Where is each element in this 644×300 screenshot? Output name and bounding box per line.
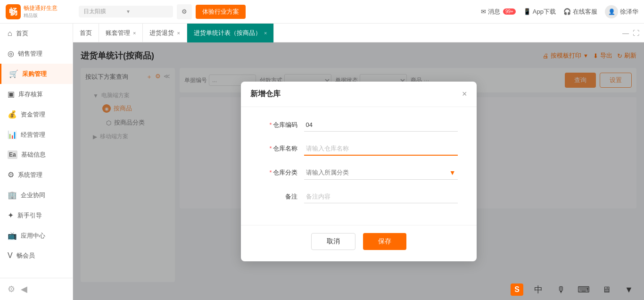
sidebar-label-finance: 资金管理 — [21, 110, 45, 119]
online-service-btn[interactable]: 🎧 在线客服 — [563, 8, 597, 16]
enterprise-icon: 🏢 — [8, 191, 17, 200]
sidebar-label-sales: 销售管理 — [18, 50, 42, 58]
vip-icon: V — [8, 251, 13, 260]
overlay: 新增仓库 × *仓库编码 *仓库名称 — [73, 42, 644, 300]
sidebar-item-home[interactable]: ⌂ 首页 — [0, 24, 73, 43]
user-profile-btn[interactable]: 👤 徐泽华 — [605, 5, 638, 18]
s-logo-icon[interactable]: S — [511, 283, 523, 296]
tab-home[interactable]: 首页 — [73, 24, 99, 42]
sidebar-label-inventory: 库存核算 — [18, 90, 43, 99]
trial-button[interactable]: 体验行业方案 — [196, 5, 246, 19]
sidebar-item-apps[interactable]: 📺 应用中心 — [0, 225, 73, 246]
form-row-category: *仓库分类 ▼ — [260, 166, 458, 180]
category-select-wrap[interactable]: ▼ — [304, 166, 458, 180]
sidebar-label-system: 系统管理 — [18, 171, 42, 179]
messages-label: 消息 — [488, 8, 500, 16]
name-label: *仓库名称 — [260, 144, 297, 153]
collapse-icon[interactable]: ◀ — [21, 284, 27, 294]
tab-home-label: 首页 — [80, 29, 92, 37]
tab-returns[interactable]: 进货退货 × — [143, 24, 187, 42]
sidebar-item-purchase[interactable]: 🛒 采购管理 — [0, 64, 73, 84]
name-input[interactable] — [304, 142, 458, 156]
sidebar-item-guide[interactable]: ✦ 新手引导 — [0, 205, 73, 225]
headphone-icon: 🎧 — [563, 8, 571, 15]
brand-sub: 精品版 — [24, 12, 58, 18]
sidebar-label-operations: 经营管理 — [21, 131, 45, 139]
app-download-btn[interactable]: 📱 App下载 — [523, 8, 556, 16]
sidebar-item-inventory[interactable]: ▣ 库存核算 — [0, 84, 73, 104]
dialog-close-icon[interactable]: × — [462, 90, 467, 98]
category-input[interactable] — [306, 169, 449, 176]
settings-icon-btn[interactable]: ⚙ — [177, 4, 192, 19]
cancel-button[interactable]: 取消 — [311, 233, 355, 250]
page-content: 进货单统计(按商品) 🖨 按模板打印 ▼ ⬇ 导出 ↻ 刷新 — [73, 42, 644, 300]
tab-returns-close-icon[interactable]: × — [177, 30, 180, 36]
keyboard-icon[interactable]: ⌨ — [576, 282, 591, 297]
tab-purchase-stats-close-icon[interactable]: × — [264, 30, 267, 36]
messages-btn[interactable]: ✉ 消息 99+ — [481, 8, 516, 16]
header-right: ✉ 消息 99+ 📱 App下载 🎧 在线客服 👤 徐泽华 — [481, 5, 638, 18]
tab-accounts[interactable]: 账套管理 × — [99, 24, 143, 42]
tab-returns-label: 进货退货 — [149, 29, 174, 37]
tab-accounts-close-icon[interactable]: × — [133, 30, 136, 36]
sidebar-item-basics[interactable]: Ea 基础信息 — [0, 145, 73, 165]
sidebar-item-system[interactable]: ⚙ 系统管理 — [0, 165, 73, 185]
dialog-footer: 取消 保存 — [241, 225, 477, 261]
remark-label: 备注 — [260, 192, 297, 201]
messages-badge: 99+ — [503, 8, 516, 15]
guide-icon: ✦ — [8, 211, 14, 220]
code-required-mark: * — [269, 121, 272, 128]
brand-name: 畅捷通好生意 — [24, 5, 58, 12]
message-icon: ✉ — [481, 8, 486, 15]
search-arrow-icon: ▼ — [126, 9, 168, 14]
tab-purchase-stats-label: 进货单统计表（按商品） — [194, 29, 261, 37]
new-warehouse-dialog: 新增仓库 × *仓库编码 *仓库名称 — [241, 82, 477, 261]
tabs-bar: 首页 账套管理 × 进货退货 × 进货单统计表（按商品） × — ⛶ — [73, 24, 644, 42]
category-dropdown-icon: ▼ — [449, 169, 456, 176]
home-icon: ⌂ — [8, 29, 12, 38]
online-service-label: 在线客服 — [573, 8, 597, 16]
content-area: 首页 账套管理 × 进货退货 × 进货单统计表（按商品） × — ⛶ — [73, 24, 644, 300]
category-required-mark: * — [269, 169, 272, 176]
name-required-mark: * — [269, 145, 272, 152]
sidebar-item-enterprise[interactable]: 🏢 企业协同 — [0, 185, 73, 205]
sidebar-item-sales[interactable]: ◎ 销售管理 — [0, 43, 73, 64]
code-input[interactable] — [304, 118, 458, 132]
sidebar-item-finance[interactable]: 💰 资金管理 — [0, 104, 73, 125]
chinese-input-icon[interactable]: 中 — [531, 282, 546, 297]
tab-expand-icon[interactable]: ⛶ — [633, 29, 639, 37]
settings-bottom-icon[interactable]: ⚙ — [8, 284, 15, 294]
remark-input[interactable] — [304, 190, 458, 203]
system-icon: ⚙ — [8, 170, 14, 179]
dialog-header: 新增仓库 × — [241, 82, 477, 107]
top-header: 畅 畅捷通好生意 精品版 日太阳膜 ▼ ⚙ 体验行业方案 ✉ 消息 99+ 📱 … — [0, 0, 644, 24]
phone-icon: 📱 — [523, 8, 531, 15]
finance-icon: 💰 — [8, 110, 17, 119]
sidebar-item-vip[interactable]: V 畅会员 — [0, 246, 73, 266]
sidebar-label-apps: 应用中心 — [21, 232, 45, 240]
sidebar-nav: ⌂ 首页 ◎ 销售管理 🛒 采购管理 ▣ 库存核算 💰 资金管理 📊 经营管理 — [0, 24, 73, 278]
tab-accounts-label: 账套管理 — [106, 29, 130, 37]
code-label: *仓库编码 — [260, 121, 297, 129]
username-label: 徐泽华 — [620, 8, 638, 16]
search-text: 日太阳膜 — [83, 8, 126, 16]
tab-minimize-icon[interactable]: — — [622, 29, 629, 37]
down-arrow-icon[interactable]: ▼ — [621, 282, 636, 297]
sidebar-label-vip: 畅会员 — [17, 251, 35, 260]
apps-icon: 📺 — [8, 231, 17, 240]
purchase-icon: 🛒 — [9, 69, 18, 78]
main-layout: ⌂ 首页 ◎ 销售管理 🛒 采购管理 ▣ 库存核算 💰 资金管理 📊 经营管理 — [0, 24, 644, 300]
sidebar-item-operations[interactable]: 📊 经营管理 — [0, 125, 73, 145]
header-search-area[interactable]: 日太阳膜 ▼ — [79, 6, 173, 17]
sidebar-label-purchase: 采购管理 — [22, 70, 47, 78]
save-button[interactable]: 保存 — [363, 233, 406, 250]
screen-icon[interactable]: 🖥 — [599, 282, 614, 297]
sidebar-label-enterprise: 企业协同 — [21, 191, 45, 200]
app-download-label: App下载 — [533, 8, 556, 16]
logo-icon: 畅 — [6, 4, 21, 19]
sales-icon: ◎ — [8, 49, 14, 58]
mic-icon[interactable]: 🎙 — [553, 282, 569, 297]
sidebar-label-basics: 基础信息 — [21, 150, 46, 159]
tab-purchase-stats[interactable]: 进货单统计表（按商品） × — [187, 24, 274, 42]
operations-icon: 📊 — [8, 130, 17, 139]
